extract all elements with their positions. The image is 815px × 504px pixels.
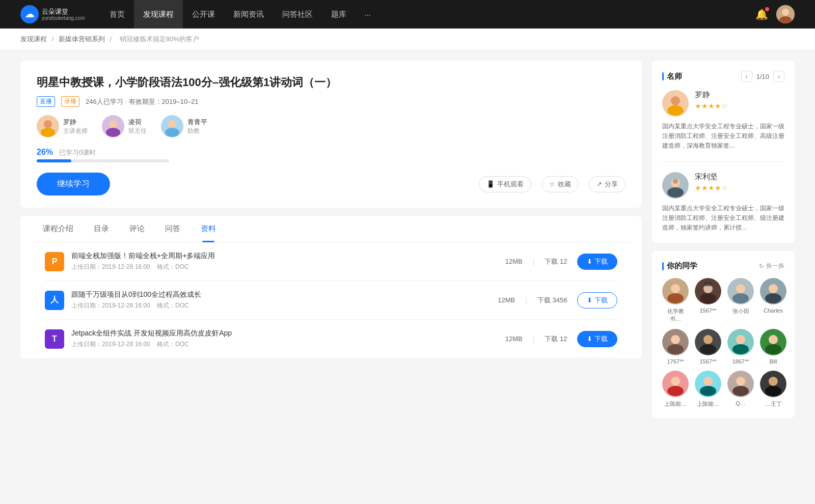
teacher-name-0: 罗静	[63, 118, 88, 127]
classmate-name-7: Bill	[770, 358, 777, 365]
resource-right-0: 12MB | 下载 12 ⬇ 下载	[505, 254, 617, 270]
svg-point-31	[765, 293, 781, 303]
classmate-avatar-1	[695, 278, 721, 304]
download-button-1[interactable]: ⬇ 下载	[577, 292, 617, 309]
continue-button[interactable]: 继续学习	[37, 173, 110, 195]
resource-size-2: 12MB	[505, 335, 523, 343]
share-icon: ↗	[596, 180, 602, 188]
tab-catalog[interactable]: 目录	[84, 216, 119, 242]
classmate-avatar-8	[662, 371, 689, 397]
nav-item-open[interactable]: 公开课	[183, 0, 224, 29]
tab-resources[interactable]: 资料	[191, 216, 226, 242]
nav-item-discover[interactable]: 发现课程	[134, 0, 183, 29]
teacher-role-0: 主讲老师	[63, 127, 88, 135]
svg-point-39	[736, 335, 745, 344]
nav-item-qa[interactable]: 问答社区	[273, 0, 322, 29]
svg-point-28	[732, 293, 749, 303]
classmates-title: 你的同学	[662, 261, 697, 271]
notification-dot	[765, 7, 769, 11]
classmates-refresh-button[interactable]: ↻ 换一换	[759, 262, 784, 270]
classmate-item-0: 化学教书…	[662, 278, 689, 323]
classmate-avatar-5	[695, 329, 721, 355]
logo-text: 云朵课堂 yundouketang.com	[42, 8, 85, 21]
svg-point-21	[667, 293, 684, 303]
nav-item-news[interactable]: 新闻资讯	[224, 0, 273, 29]
course-title: 明星中教授课，小学阶段语法100分–强化级第1讲动词（一）	[37, 75, 626, 90]
tab-comments[interactable]: 评论	[119, 216, 155, 242]
svg-point-42	[769, 335, 778, 344]
progress-label: 26%	[37, 148, 53, 156]
resource-item-2: T Jetpack全组件实战 开发短视频应用高仿皮皮虾App 上传日期：2019…	[45, 320, 617, 358]
svg-point-24	[700, 293, 716, 303]
mobile-watch-button[interactable]: 📱 手机观看	[479, 176, 531, 192]
svg-point-55	[765, 386, 781, 396]
svg-point-8	[106, 128, 120, 137]
breadcrumb-current: 销冠修炼术搞定80%的客户	[120, 35, 199, 43]
teacher-item-0: 罗静 主讲老师	[37, 115, 88, 137]
mobile-icon: 📱	[486, 180, 495, 188]
breadcrumb-link-series[interactable]: 新媒体营销系列	[59, 35, 105, 43]
download-button-2[interactable]: ⬇ 下载	[577, 331, 617, 347]
tc-avatar-0	[662, 90, 689, 117]
svg-point-4	[44, 120, 52, 128]
resource-list: P 前端全栈加强版！前端全栈+全周期+多端应用 上传日期：2019-12-28 …	[33, 242, 630, 358]
classmate-item-9: 上陈能…	[695, 371, 721, 408]
sidebar: 名师 ‹ 1/10 ›	[652, 61, 795, 426]
collect-button[interactable]: ☆ 收藏	[541, 176, 579, 192]
svg-point-34	[667, 344, 684, 354]
course-meta-text: 246人已学习 · 有效期至：2019–10–21	[86, 97, 199, 106]
svg-point-30	[769, 284, 778, 293]
teacher-info-2: 青青平 助教	[187, 118, 207, 135]
resource-name-2: Jetpack全组件实战 开发短视频应用高仿皮皮虾App	[71, 329, 498, 338]
teachers-prev-button[interactable]: ‹	[741, 71, 752, 82]
classmate-avatar-0	[662, 278, 689, 304]
tc-name-0: 罗静	[695, 90, 728, 100]
teacher-role-2: 助教	[187, 127, 207, 135]
svg-point-33	[671, 335, 680, 344]
resource-size-1: 12MB	[498, 296, 515, 304]
tc-stars-1: ★★★★☆	[695, 184, 728, 192]
teacher-name-1: 凌荷	[128, 118, 147, 127]
classmate-name-2: 张小田	[732, 307, 749, 315]
breadcrumb: 发现课程 / 新媒体营销系列 / 销冠修炼术搞定80%的客户	[0, 29, 815, 50]
teacher-item-2: 青青平 助教	[161, 115, 207, 137]
classmate-item-8: 上陈能…	[662, 371, 689, 408]
svg-point-27	[736, 284, 745, 293]
logo[interactable]: ☁ 云朵课堂 yundouketang.com	[20, 5, 85, 23]
classmate-avatar-6	[727, 329, 754, 355]
download-button-0[interactable]: ⬇ 下载	[577, 254, 617, 270]
user-avatar[interactable]	[776, 5, 795, 23]
tab-qa[interactable]: 问答	[155, 216, 191, 242]
teacher-avatar-2	[161, 115, 183, 137]
teachers-next-button[interactable]: ›	[773, 71, 784, 82]
nav-item-more[interactable]: ···	[356, 0, 381, 29]
nav-item-home[interactable]: 首页	[100, 0, 134, 29]
svg-point-43	[765, 344, 781, 354]
progress-section: 26% 已学习0课时	[37, 148, 626, 162]
classmate-name-5: 1567**	[699, 358, 716, 365]
progress-bar-fill	[37, 159, 71, 162]
classmate-item-10: Q…	[727, 371, 754, 408]
svg-rect-25	[704, 282, 712, 286]
breadcrumb-link-discover[interactable]: 发现课程	[20, 35, 47, 43]
nav-item-bank[interactable]: 题库	[322, 0, 356, 29]
classmate-name-8: 上陈能…	[664, 400, 687, 408]
svg-point-17	[667, 187, 684, 198]
resource-info-1: 跟随千万级项目从0到100全过程高效成长 上传日期：2019-12-28 16:…	[71, 290, 491, 310]
resource-info-2: Jetpack全组件实战 开发短视频应用高仿皮皮虾App 上传日期：2019-1…	[71, 329, 498, 349]
tab-intro[interactable]: 课程介绍	[33, 216, 84, 242]
resource-right-2: 12MB | 下载 12 ⬇ 下载	[505, 331, 617, 347]
course-actions: 继续学习 📱 手机观看 ☆ 收藏 ↗ 分享	[37, 173, 626, 195]
svg-point-40	[732, 344, 749, 354]
svg-point-7	[109, 120, 117, 128]
svg-point-45	[671, 377, 680, 386]
resource-icon-1: 人	[45, 291, 64, 310]
classmate-item-3: Charles	[760, 278, 786, 323]
notification-bell[interactable]: 🔔	[755, 8, 768, 20]
classmate-item-2: 张小田	[727, 278, 754, 323]
svg-point-48	[703, 377, 713, 386]
badge-live: 直播	[37, 96, 55, 107]
star-icon: ☆	[549, 180, 555, 188]
share-button[interactable]: ↗ 分享	[589, 176, 626, 192]
svg-point-52	[732, 386, 749, 396]
